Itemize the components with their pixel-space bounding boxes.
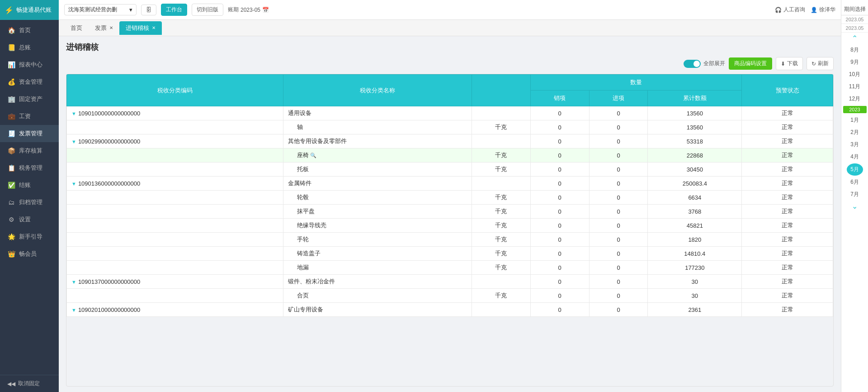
nav-label-13: 畅会员	[19, 250, 37, 258]
month-item-4月[interactable]: 4月	[843, 151, 867, 163]
cell-code: ▼1090201000000000000	[67, 303, 283, 317]
cell-warning: 正常	[742, 247, 833, 261]
table-row: 手轮 千克 0 0 1820 正常	[67, 233, 833, 247]
expand-all-toggle[interactable]: 全部展开	[684, 60, 725, 68]
cell-sale: 0	[530, 233, 589, 247]
month-item-6月[interactable]: 6月	[843, 176, 867, 188]
product-code-button[interactable]: 商品编码设置	[729, 57, 772, 70]
cell-purchase: 0	[589, 261, 648, 275]
calendar-icon[interactable]: 📅	[262, 7, 269, 13]
cell-purchase: 0	[589, 247, 648, 261]
sidebar-item-资金管理[interactable]: 💰资金管理	[0, 73, 59, 91]
down-arrow-icon[interactable]: ⌄	[850, 201, 859, 212]
sidebar-item-发票管理[interactable]: 🧾发票管理	[0, 125, 59, 142]
download-icon: ⬇	[781, 61, 785, 67]
tab-发票[interactable]: 发票✕	[89, 21, 119, 35]
expand-icon[interactable]: ▼	[71, 139, 76, 144]
period-row-1[interactable]: 2023.05	[841, 15, 868, 24]
sidebar-item-设置[interactable]: ⚙设置	[0, 211, 59, 228]
sidebar-item-税务管理[interactable]: 📋税务管理	[0, 159, 59, 177]
cell-unit: 千克	[472, 261, 530, 275]
cell-sale: 0	[530, 303, 589, 317]
user-item[interactable]: 👤 徐泽华	[811, 6, 835, 14]
cell-total: 1820	[648, 233, 742, 247]
sidebar-item-结账[interactable]: ✅结账	[0, 177, 59, 194]
month-item-7月[interactable]: 7月	[843, 188, 867, 201]
tab-进销稽核[interactable]: 进销稽核✕	[119, 21, 162, 35]
period-row-2[interactable]: 2023.05	[841, 24, 868, 33]
topbar: 沈海英测试经营勿删 ▾ 🗄 工作台 切到旧版 账期 2023-05 📅 🎧 人工…	[59, 0, 841, 20]
month-item-11月[interactable]: 11月	[843, 81, 867, 93]
cell-code	[67, 163, 283, 177]
sidebar-item-归档管理[interactable]: 🗂归档管理	[0, 194, 59, 211]
table-row: 轴 千克 0 0 13560 正常	[67, 120, 833, 134]
cell-total: 30450	[648, 163, 742, 177]
up-arrow-icon[interactable]: ⌃	[850, 33, 859, 44]
month-item-12月[interactable]: 12月	[843, 93, 867, 105]
col-warning: 预警状态	[742, 75, 833, 106]
toggle-switch[interactable]	[684, 60, 701, 68]
sidebar-item-畅会员[interactable]: 👑畅会员	[0, 245, 59, 263]
cell-unit: 千克	[472, 233, 530, 247]
toolbar: 全部展开 商品编码设置 ⬇ 下载 ↻ 刷新	[66, 57, 834, 70]
month-item-2月[interactable]: 2月	[843, 126, 867, 139]
tab-label-0: 首页	[71, 24, 82, 32]
sidebar-item-报表中心[interactable]: 📊报表中心	[0, 56, 59, 73]
table-row: 绝缘导线壳 千克 0 0 45821 正常	[67, 219, 833, 233]
refresh-button[interactable]: ↻ 刷新	[807, 57, 834, 70]
cell-code	[67, 261, 283, 275]
month-item-3月[interactable]: 3月	[843, 139, 867, 151]
col-unit	[472, 75, 530, 106]
month-item-10月[interactable]: 10月	[843, 68, 867, 81]
cell-purchase: 0	[589, 177, 648, 191]
tab-close-1[interactable]: ✕	[109, 25, 113, 30]
table-row: 抹平盘 千克 0 0 3768 正常	[67, 205, 833, 219]
month-item-5月[interactable]: 5月	[847, 163, 863, 176]
table-row: 合页 千克 0 0 30 正常	[67, 289, 833, 303]
tab-close-2[interactable]: ✕	[152, 25, 156, 30]
nav-label-12: 新手引导	[19, 233, 42, 241]
tab-首页[interactable]: 首页	[64, 21, 89, 35]
switch-old-button[interactable]: 切到旧版	[192, 4, 223, 16]
cell-unit: 千克	[472, 205, 530, 219]
period-panel-title: 期间选择	[841, 4, 868, 15]
sidebar-item-库存核算[interactable]: 📦库存核算	[0, 142, 59, 159]
sidebar-item-首页[interactable]: 🏠首页	[0, 22, 59, 39]
month-item-8月[interactable]: 8月	[843, 44, 867, 56]
month-item-1月[interactable]: 1月	[843, 114, 867, 126]
expand-icon[interactable]: ▼	[71, 279, 76, 285]
cell-code	[67, 247, 283, 261]
expand-icon[interactable]: ▼	[71, 307, 76, 313]
sidebar-item-工资[interactable]: 💼工资	[0, 108, 59, 125]
cell-name: 通用设备	[283, 106, 472, 120]
nav-icon-7: 📦	[7, 147, 15, 154]
nav-icon-9: ✅	[7, 182, 15, 189]
cell-unit	[472, 275, 530, 289]
archive-button[interactable]: 🗄	[141, 5, 156, 15]
sidebar-item-新手引导[interactable]: 🌟新手引导	[0, 228, 59, 245]
search-icon[interactable]: 🔍	[310, 153, 316, 158]
table-row: ▼1090100000000000000 通用设备 0 0 13560 正常	[67, 106, 833, 120]
expand-icon[interactable]: ▼	[71, 111, 76, 116]
table-row: ▼1090137000000000000 锻件、粉末冶金件 0 0 30 正常	[67, 275, 833, 289]
cell-name: 轮毂	[283, 191, 472, 205]
cell-name: 抹平盘	[283, 205, 472, 219]
company-selector[interactable]: 沈海英测试经营勿删 ▾	[64, 4, 137, 15]
service-item[interactable]: 🎧 人工咨询	[775, 6, 805, 14]
nav-label-6: 发票管理	[19, 129, 42, 138]
cell-total: 177230	[648, 261, 742, 275]
cell-sale: 0	[530, 205, 589, 219]
expand-icon[interactable]: ▼	[71, 181, 76, 186]
cell-name: 锻件、粉末冶金件	[283, 275, 472, 289]
sidebar-item-总账[interactable]: 📒总账	[0, 39, 59, 56]
month-item-9月[interactable]: 9月	[843, 56, 867, 68]
workspace-button[interactable]: 工作台	[161, 4, 187, 16]
cell-unit: 千克	[472, 120, 530, 134]
cell-total: 22868	[648, 148, 742, 163]
cell-name: 地漏	[283, 261, 472, 275]
cell-sale: 0	[530, 261, 589, 275]
sidebar-item-固定资产[interactable]: 🏢固定资产	[0, 91, 59, 108]
year-label: 2023	[843, 106, 867, 113]
sidebar-footer[interactable]: ◀◀ 取消固定	[0, 375, 59, 392]
download-button[interactable]: ⬇ 下载	[776, 57, 803, 70]
